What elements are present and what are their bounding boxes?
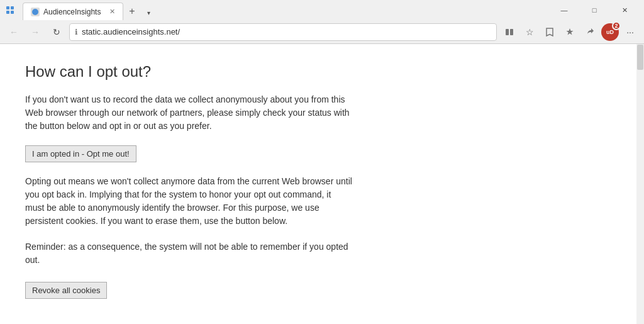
revoke-cookies-button[interactable]: Revoke all cookies — [25, 282, 107, 299]
tab-title: AudienceInsights — [43, 8, 101, 16]
address-bar-actions: ☆ uD 2 ··· — [501, 23, 639, 41]
reminder-paragraph: Reminder: as a consequence, the system w… — [25, 240, 352, 267]
opt-out-button[interactable]: I am opted in - Opt me out! — [25, 145, 136, 162]
scrollbar[interactable] — [636, 44, 644, 324]
back-button[interactable]: ← — [5, 23, 23, 41]
content-area: How can I opt out? If you don't want us … — [0, 44, 377, 324]
tab-favicon — [31, 8, 40, 16]
page-title: How can I opt out? — [25, 63, 352, 81]
page-wrapper: How can I opt out? If you don't want us … — [0, 44, 644, 324]
title-bar-controls — [5, 5, 15, 15]
svg-rect-2 — [6, 11, 9, 14]
tab-list-button[interactable]: ▾ — [141, 5, 156, 20]
scrollbar-thumb[interactable] — [637, 45, 643, 70]
tab-close-button[interactable]: ✕ — [109, 8, 115, 16]
svg-rect-6 — [510, 29, 513, 35]
title-bar: AudienceInsights ✕ + ▾ — □ ✕ — [0, 0, 644, 20]
profile-button[interactable]: uD 2 — [601, 23, 619, 41]
address-bar: ← → ↻ ℹ static.audienceinsights.net/ ☆ u… — [0, 20, 644, 44]
browser-window: AudienceInsights ✕ + ▾ — □ ✕ ← → ↻ ℹ sta… — [0, 0, 644, 324]
share-button[interactable] — [581, 23, 599, 41]
url-text: static.audienceinsights.net/ — [82, 27, 180, 36]
svg-rect-5 — [506, 29, 509, 35]
reading-list-button[interactable] — [541, 23, 558, 41]
maximize-button[interactable]: □ — [580, 0, 609, 20]
reader-view-button[interactable] — [501, 23, 518, 41]
svg-rect-1 — [11, 6, 14, 9]
minimize-button[interactable]: — — [550, 0, 579, 20]
refresh-button[interactable]: ↻ — [48, 23, 65, 41]
profile-icon-text: uD — [606, 29, 614, 35]
svg-rect-3 — [11, 11, 14, 14]
profile-notification-badge: 2 — [612, 21, 621, 30]
opting-paragraph: Opting out means we won't collect anymor… — [25, 175, 352, 228]
tab-bar: AudienceInsights ✕ + ▾ — [23, 0, 547, 20]
active-tab[interactable]: AudienceInsights ✕ — [23, 3, 123, 20]
favorites-button[interactable] — [561, 23, 579, 41]
security-icon: ℹ — [75, 28, 78, 36]
svg-rect-0 — [6, 6, 9, 9]
browser-icon — [5, 5, 15, 15]
intro-paragraph: If you don't want us to record the data … — [25, 93, 352, 133]
favorites-star-button[interactable]: ☆ — [521, 23, 538, 41]
new-tab-button[interactable]: + — [123, 3, 141, 20]
page-content: How can I opt out? If you don't want us … — [0, 44, 644, 324]
more-options-button[interactable]: ··· — [621, 23, 639, 41]
svg-point-4 — [32, 9, 38, 15]
close-button[interactable]: ✕ — [610, 0, 639, 20]
window-controls: — □ ✕ — [550, 0, 639, 20]
url-bar[interactable]: ℹ static.audienceinsights.net/ — [69, 23, 497, 41]
forward-button[interactable]: → — [26, 23, 44, 41]
